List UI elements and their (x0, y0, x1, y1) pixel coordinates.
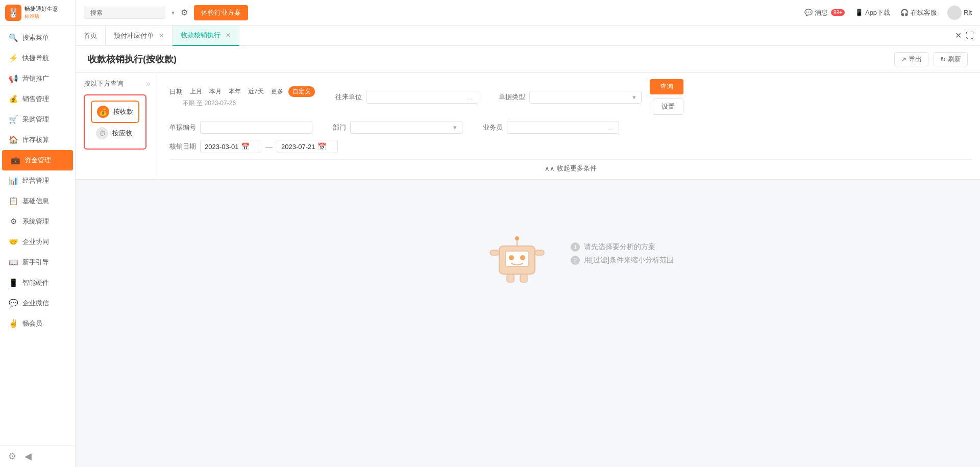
collapse-icon[interactable]: ◀ (24, 451, 32, 462)
filter-by-receipt[interactable]: 💰 按收款 (91, 101, 139, 123)
sidebar-item-label: 基础信息 (22, 196, 49, 206)
message-icon: 💬 (804, 9, 813, 16)
inventory-icon: 🏠 (8, 135, 18, 145)
docnum-input[interactable] (200, 121, 312, 134)
marketing-icon: 📢 (8, 73, 18, 84)
sidebar-item-label: 经营管理 (22, 176, 49, 185)
receipt-option-label: 按收款 (113, 107, 133, 116)
sales-icon: 💰 (8, 94, 18, 104)
sidebar-item-sales[interactable]: 💰 销售管理 (0, 89, 75, 109)
query-button[interactable]: 查询 (650, 79, 683, 94)
export-icon: ↗ (901, 56, 906, 63)
sidebar-item-marketing[interactable]: 📢 营销推广 (0, 68, 75, 89)
solution-button[interactable]: 体验行业方案 (194, 5, 248, 20)
collab-icon: 🤝 (8, 237, 18, 247)
7days-btn[interactable]: 近7天 (246, 86, 266, 97)
verify-date-end-input[interactable]: 2023-07-21 📅 (277, 140, 338, 153)
this-month-btn[interactable]: 本月 (207, 86, 224, 97)
doctype-input[interactable]: ▾ (529, 91, 642, 104)
sidebar-item-guide[interactable]: 📖 新手引导 (0, 252, 75, 273)
tab-receipt[interactable]: 收款核销执行 ✕ (173, 26, 239, 46)
docnum-filter-group: 单据编号 (169, 121, 312, 134)
sidebar-item-member[interactable]: ✌ 畅会员 (0, 313, 75, 334)
collapse-conditions-btn[interactable]: ∧∧ 收起更多条件 (169, 159, 972, 179)
salesperson-input[interactable]: ... (507, 121, 619, 134)
partner-input[interactable]: ... (366, 91, 478, 104)
logo-icon: 🐰 (5, 5, 21, 21)
tab-prepay[interactable]: 预付冲应付单 ✕ (106, 26, 173, 46)
tab-actions: ✕ ⛶ (955, 31, 980, 40)
topbar-gear-icon[interactable]: ⚙ (181, 8, 188, 17)
refresh-button[interactable]: ↻ 刷新 (934, 52, 968, 66)
date-filter-group: 日期 上月 本月 本年 近7天 更多 自定义 不限 至 2023-07-26 (169, 86, 315, 108)
app-icon: 📱 (855, 9, 863, 16)
sidebar-item-label: 营销推广 (22, 74, 49, 83)
page-content: 收款核销执行(按收款) ↗ 导出 ↻ 刷新 按以下方查询 » (76, 46, 980, 467)
filter-sidebar-collapse[interactable]: » (146, 79, 151, 88)
message-item[interactable]: 💬 消息 99+ (804, 8, 845, 17)
dept-input[interactable]: ▾ (350, 121, 462, 134)
partner-ellipsis: ... (467, 93, 473, 101)
service-label: 在线客服 (911, 8, 937, 17)
app-item[interactable]: 📱 App下载 (855, 8, 890, 17)
sidebar-item-label: 新手引导 (22, 258, 49, 267)
topbar-search-input[interactable] (84, 7, 165, 19)
custom-btn[interactable]: 自定义 (288, 86, 315, 97)
sidebar-item-label: 企业协同 (22, 237, 49, 247)
refresh-label: 刷新 (948, 55, 961, 64)
user-item[interactable]: Rit (947, 6, 972, 20)
filter-area: 按以下方查询 » 💰 按收款 ⏱ 按应收 (76, 73, 980, 180)
sidebar-item-finance[interactable]: 💼 资金管理 (2, 150, 73, 170)
empty-tip-1: 1 请先选择要分析的方案 (571, 242, 674, 252)
sidebar-item-inventory[interactable]: 🏠 库存核算 (0, 130, 75, 150)
sidebar-item-system[interactable]: ⚙ 系统管理 (0, 211, 75, 232)
sidebar-logo: 🐰 畅捷通好生意 标准版 (0, 0, 75, 26)
filter-options-box: 💰 按收款 ⏱ 按应收 (84, 94, 146, 150)
verify-date-start-input[interactable]: 2023-03-01 📅 (200, 140, 261, 153)
date-label: 日期 (169, 87, 183, 96)
purchase-icon: 🛒 (8, 114, 18, 125)
more-btn[interactable]: 更多 (269, 86, 285, 97)
partner-filter-group: 往来单位 ... (335, 91, 478, 104)
empty-illustration (484, 220, 550, 287)
sidebar-item-label: 系统管理 (22, 217, 49, 226)
logo-name: 畅捷通好生意 (24, 5, 58, 12)
filter-row-3: 核销日期 2023-03-01 📅 — 2023-07-21 📅 (169, 140, 972, 153)
verify-date-start-value: 2023-03-01 (205, 143, 239, 151)
sidebar-item-hardware[interactable]: 📱 智能硬件 (0, 273, 75, 293)
sidebar-item-label: 企业微信 (22, 299, 49, 308)
tab-home[interactable]: 首页 (76, 26, 106, 46)
settings-button[interactable]: 设置 (653, 99, 683, 115)
sidebar-item-search[interactable]: 🔍 搜索菜单 (0, 28, 75, 48)
svg-rect-9 (535, 250, 544, 255)
tab-receipt-close[interactable]: ✕ (226, 32, 231, 39)
tip-num-1: 1 (571, 242, 580, 252)
this-year-btn[interactable]: 本年 (227, 86, 243, 97)
sidebar-item-collab[interactable]: 🤝 企业协同 (0, 232, 75, 252)
refresh-icon: ↻ (940, 56, 946, 63)
calendar-end-icon: 📅 (317, 142, 326, 151)
sidebar-item-purchase[interactable]: 🛒 采购管理 (0, 109, 75, 130)
sidebar-item-basic[interactable]: 📋 基础信息 (0, 191, 75, 211)
logo-sub: 标准版 (24, 13, 58, 20)
collapse-up-icon: ∧∧ (545, 165, 555, 173)
settings-icon[interactable]: ⚙ (8, 451, 16, 462)
tab-prepay-close[interactable]: ✕ (159, 32, 164, 39)
export-button[interactable]: ↗ 导出 (894, 52, 928, 66)
sidebar-item-wechat[interactable]: 💬 企业微信 (0, 293, 75, 313)
topbar-right: 💬 消息 99+ 📱 App下载 🎧 在线客服 Rit (804, 6, 972, 20)
finance-icon: 💼 (10, 155, 20, 165)
prev-month-btn[interactable]: 上月 (188, 86, 204, 97)
topbar-chevron-icon[interactable]: ▾ (172, 9, 175, 16)
sidebar-item-quick[interactable]: ⚡ 快捷导航 (0, 48, 75, 68)
filter-sidebar-title: 按以下方查询 » (84, 79, 151, 88)
service-item[interactable]: 🎧 在线客服 (900, 8, 937, 17)
sidebar-item-ops[interactable]: 📊 经营管理 (0, 170, 75, 191)
close-all-icon[interactable]: ✕ (955, 31, 962, 40)
receipt-option-icon: 💰 (97, 106, 109, 118)
filter-by-receivable[interactable]: ⏱ 按应收 (91, 123, 139, 143)
tab-prepay-label: 预付冲应付单 (114, 31, 154, 40)
expand-icon[interactable]: ⛶ (966, 31, 974, 40)
doctype-filter-group: 单据类型 ▾ (499, 91, 642, 104)
receivable-option-label: 按应收 (112, 129, 132, 138)
